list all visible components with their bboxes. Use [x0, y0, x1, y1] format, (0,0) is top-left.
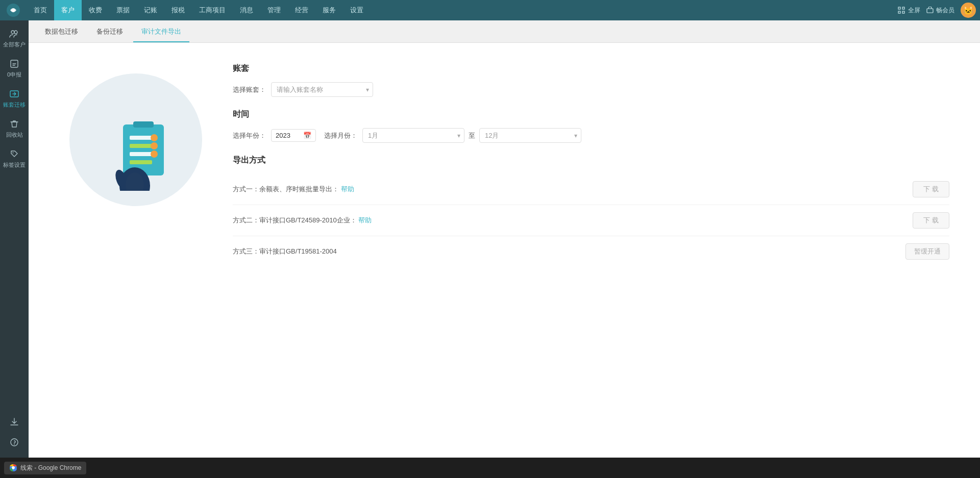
form-section: 账套 选择账套： 请输入账套名称 时间 选择年份： 📅 — [223, 43, 980, 458]
export-method-1-text: 方式一：余额表、序时账批量导出： 帮助 — [233, 185, 354, 194]
export-method-3-coming-soon-btn: 暂缓开通 — [905, 243, 949, 260]
sidebar-label-tag-settings: 标签设置 — [3, 161, 26, 169]
sidebar-bottom — [1, 413, 28, 458]
content-area: 数据包迁移 备份迁移 审计文件导出 — [29, 20, 980, 458]
taskbar-chrome-label: 线索 - Google Chrome — [20, 464, 81, 472]
user-avatar[interactable]: 🐱 — [961, 3, 976, 18]
account-select-label: 选择账套： — [233, 85, 266, 94]
export-method-2-help-link[interactable]: 帮助 — [358, 216, 372, 224]
taskbar: 线索 - Google Chrome — [0, 458, 980, 478]
export-method-1: 方式一：余额表、序时账批量导出： 帮助 下 载 — [233, 174, 949, 205]
sidebar-item-tag-settings[interactable]: 标签设置 — [1, 145, 28, 173]
export-method-2: 方式二：审计接口GB/T24589-2010企业： 帮助 下 载 — [233, 205, 949, 236]
export-method-1-help-link[interactable]: 帮助 — [341, 185, 354, 193]
nav-customer[interactable]: 客户 — [54, 0, 82, 20]
illustration-section — [29, 43, 223, 458]
month-end-select[interactable]: 1月2月3月4月 5月6月7月8月 9月10月11月12月 — [479, 128, 581, 143]
export-method-2-download-btn[interactable]: 下 载 — [913, 212, 949, 229]
year-input[interactable] — [276, 132, 301, 139]
month-end-wrapper: 1月2月3月4月 5月6月7月8月 9月10月11月12月 — [479, 128, 581, 143]
calendar-icon: 📅 — [303, 132, 311, 139]
membership-btn[interactable]: 畅会员 — [926, 6, 954, 15]
svg-rect-16 — [130, 152, 152, 156]
sidebar: 全部客户 0申报 账套迁移 回收站 — [0, 20, 29, 458]
svg-point-11 — [13, 153, 14, 154]
page-body: 账套 选择账套： 请输入账套名称 时间 选择年份： 📅 — [29, 43, 980, 458]
nav-service[interactable]: 服务 — [315, 0, 343, 20]
account-select-row: 选择账套： 请输入账套名称 — [233, 82, 949, 97]
account-select[interactable]: 请输入账套名称 — [271, 82, 373, 97]
month-start-select[interactable]: 1月2月3月4月 5月6月7月8月 9月10月11月12月 — [362, 128, 464, 143]
svg-rect-17 — [130, 160, 152, 164]
year-label: 选择年份： — [233, 131, 266, 140]
export-section: 导出方式 方式一：余额表、序时账批量导出： 帮助 下 载 方式二：审计接口GB/… — [233, 155, 949, 267]
svg-point-12 — [11, 439, 18, 446]
sidebar-label-declaration: 0申报 — [7, 71, 21, 79]
export-section-title: 导出方式 — [233, 155, 949, 166]
account-select-wrapper: 请输入账套名称 — [271, 82, 373, 97]
svg-point-1 — [12, 9, 15, 12]
svg-rect-13 — [123, 124, 164, 175]
sidebar-label-all-customers: 全部客户 — [3, 41, 26, 48]
top-navigation: 首页 客户 收费 票据 记账 报税 工商项目 消息 管理 经营 服务 设置 全屏 — [0, 0, 980, 20]
account-section-title: 账套 — [233, 63, 949, 74]
svg-rect-15 — [130, 144, 152, 148]
export-method-3-text: 方式三：审计接口GB/T19581-2004 — [233, 247, 337, 256]
top-nav-right: 全屏 畅会员 🐱 — [898, 3, 976, 18]
export-method-1-download-btn[interactable]: 下 载 — [913, 181, 949, 197]
svg-rect-14 — [130, 136, 152, 140]
taskbar-chrome-item[interactable]: 线索 - Google Chrome — [4, 462, 86, 474]
sidebar-label-account-migration: 账套迁移 — [3, 101, 26, 109]
app-logo[interactable] — [4, 1, 22, 19]
nav-items: 首页 客户 收费 票据 记账 报税 工商项目 消息 管理 经营 服务 设置 — [27, 0, 898, 20]
illustration-circle — [69, 73, 202, 206]
svg-point-26 — [12, 466, 15, 469]
main-layout: 全部客户 0申报 账套迁移 回收站 — [0, 20, 980, 458]
sidebar-item-account-migration[interactable]: 账套迁移 — [1, 85, 28, 113]
nav-home[interactable]: 首页 — [27, 0, 54, 20]
nav-settings[interactable]: 设置 — [343, 0, 371, 20]
svg-rect-4 — [898, 11, 900, 13]
sidebar-item-declaration[interactable]: 0申报 — [1, 55, 28, 83]
sidebar-item-all-customers[interactable]: 全部客户 — [1, 24, 28, 53]
time-row: 选择年份： 📅 选择月份： 1月2月3月4月 5月6月7月8月 9月10月11月… — [233, 128, 949, 143]
svg-point-19 — [151, 142, 158, 149]
svg-rect-2 — [898, 7, 900, 9]
nav-tax[interactable]: 报税 — [164, 0, 192, 20]
tab-data-migration[interactable]: 数据包迁移 — [37, 22, 86, 42]
year-input-wrapper: 📅 — [271, 129, 316, 142]
sidebar-label-recycle: 回收站 — [6, 131, 23, 139]
svg-rect-5 — [902, 11, 904, 13]
svg-rect-3 — [902, 7, 904, 9]
month-label: 选择月份： — [324, 131, 357, 140]
sidebar-item-recycle[interactable]: 回收站 — [1, 115, 28, 143]
svg-point-20 — [151, 150, 158, 158]
sidebar-item-download[interactable] — [1, 413, 28, 431]
svg-point-7 — [11, 31, 14, 34]
to-text: 至 — [469, 131, 475, 140]
nav-billing[interactable]: 收费 — [82, 0, 109, 20]
time-section-title: 时间 — [233, 109, 949, 120]
svg-point-8 — [14, 31, 17, 34]
nav-message[interactable]: 消息 — [233, 0, 260, 20]
svg-rect-21 — [133, 121, 154, 128]
nav-accounting[interactable]: 记账 — [137, 0, 164, 20]
tabs-row: 数据包迁移 备份迁移 审计文件导出 — [29, 20, 980, 43]
month-start-wrapper: 1月2月3月4月 5月6月7月8月 9月10月11月12月 — [362, 128, 464, 143]
export-method-3: 方式三：审计接口GB/T19581-2004 暂缓开通 — [233, 236, 949, 267]
nav-operation[interactable]: 经营 — [288, 0, 315, 20]
tab-backup-migration[interactable]: 备份迁移 — [88, 22, 131, 42]
chrome-icon — [9, 464, 17, 472]
nav-invoice[interactable]: 票据 — [109, 0, 137, 20]
nav-manage[interactable]: 管理 — [260, 0, 288, 20]
export-method-2-text: 方式二：审计接口GB/T24589-2010企业： 帮助 — [233, 216, 372, 225]
svg-rect-6 — [927, 9, 933, 13]
nav-business[interactable]: 工商项目 — [192, 0, 233, 20]
sidebar-item-help[interactable] — [1, 433, 28, 451]
tab-audit-export[interactable]: 审计文件导出 — [133, 22, 189, 42]
fullscreen-btn[interactable]: 全屏 — [898, 6, 920, 15]
svg-point-18 — [151, 134, 158, 141]
